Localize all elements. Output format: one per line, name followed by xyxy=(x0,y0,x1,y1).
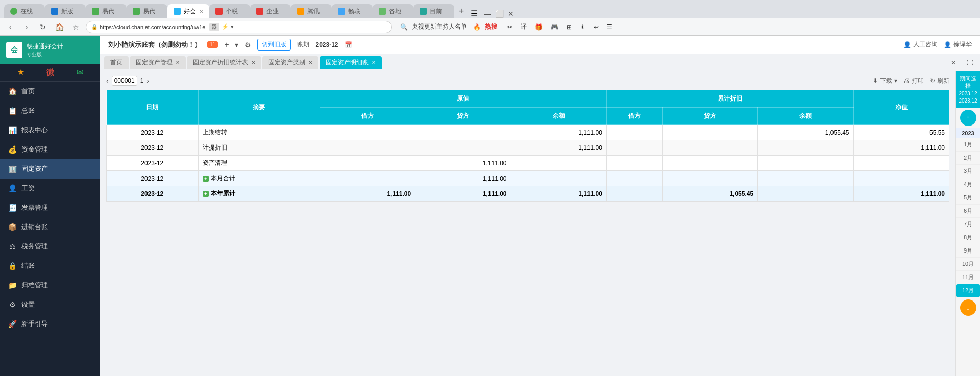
browser-tab-gedi[interactable]: 各地 xyxy=(373,4,413,18)
scissors-btn[interactable]: ✂ xyxy=(507,23,512,31)
tab-asset-ledger-close[interactable]: ✕ xyxy=(372,60,376,65)
bookmark-btn[interactable]: ☆ xyxy=(69,21,82,33)
browser-tab-yidai1[interactable]: 易代 xyxy=(86,4,127,18)
browser-tab-muqian[interactable]: 目前 xyxy=(413,4,454,18)
period-month-6[interactable]: 6月 xyxy=(956,205,980,218)
menu-btn[interactable]: ☰ xyxy=(607,23,612,31)
home-btn[interactable]: 🏠 xyxy=(53,21,65,33)
browser-tab-geshui[interactable]: 个税 xyxy=(209,4,250,18)
translate-btn[interactable]: 译 xyxy=(521,22,527,31)
period-month-4[interactable]: 4月 xyxy=(956,178,980,191)
close-window-btn[interactable]: ✕ xyxy=(508,10,514,18)
prev-page-btn[interactable]: ‹ xyxy=(106,77,109,85)
cell-dep-credit: 1,055.45 xyxy=(662,186,757,202)
period-month-9[interactable]: 9月 xyxy=(956,244,980,258)
cell-orig-credit xyxy=(415,125,511,140)
browser-tab-tengxun[interactable]: 腾讯 xyxy=(291,4,332,18)
period-month-11[interactable]: 11月 xyxy=(956,271,980,284)
grid-btn[interactable]: ⊞ xyxy=(567,23,572,31)
star-icon[interactable]: ★ xyxy=(17,67,24,78)
account-dropdown-btn[interactable]: ▾ xyxy=(235,41,238,49)
sidebar-item-guide[interactable]: 🚀 新手引导 xyxy=(0,314,100,334)
add-account-btn[interactable]: + xyxy=(224,40,229,49)
dropdown-btn[interactable]: ▾ xyxy=(231,23,234,30)
browser-tab-qiye[interactable]: 企业 xyxy=(250,4,291,18)
undo-btn[interactable]: ↩ xyxy=(594,23,599,31)
sidebar-item-tax[interactable]: ⚖ 税务管理 xyxy=(0,237,100,256)
back-btn[interactable]: ‹ xyxy=(4,21,16,33)
tab-menu-icon[interactable]: ☰ xyxy=(471,9,478,18)
sidebar-item-ledger[interactable]: 📋 总账 xyxy=(0,101,100,120)
expand-btn[interactable]: ⛶ xyxy=(964,57,976,69)
period-month-3[interactable]: 3月 xyxy=(956,165,980,178)
period-month-5[interactable]: 5月 xyxy=(956,191,980,205)
account-settings-btn[interactable]: ⚙ xyxy=(244,41,251,49)
sidebar-item-reports[interactable]: 📊 报表中心 xyxy=(0,120,100,140)
user-btn[interactable]: 👤 徐译华 xyxy=(944,40,972,49)
ledger-icon: 📋 xyxy=(8,107,16,115)
sidebar-item-payroll[interactable]: 👤 工资 xyxy=(0,179,100,198)
download-btn[interactable]: ⬇ 下载 ▾ xyxy=(873,77,897,85)
sidebar-item-settings[interactable]: ⚙ 设置 xyxy=(0,295,100,314)
period-scroll-up-btn[interactable]: ↑ xyxy=(960,110,976,126)
print-btn[interactable]: 🖨 打印 xyxy=(903,77,924,85)
cell-dep-debit xyxy=(606,140,662,156)
period-month-12[interactable]: 12月 xyxy=(956,284,980,297)
cell-net-value: 55.55 xyxy=(853,125,949,140)
switch-version-btn[interactable]: 切到旧版 xyxy=(257,39,291,51)
period-month-7[interactable]: 7月 xyxy=(956,218,980,231)
cell-orig-debit xyxy=(320,156,415,171)
restore-btn[interactable]: ⬜ xyxy=(495,10,504,18)
gift-btn[interactable]: 🎁 xyxy=(535,23,543,31)
sidebar-item-archive[interactable]: 📁 归档管理 xyxy=(0,275,100,295)
sidebar-item-close[interactable]: 🔒 结账 xyxy=(0,256,100,275)
cell-dep-debit xyxy=(606,156,662,171)
calendar-icon[interactable]: 📅 xyxy=(345,41,352,48)
browser-tab-new[interactable]: 新版 xyxy=(45,4,86,18)
sidebar-item-fixed-assets[interactable]: 🏢 固定资产 xyxy=(0,159,100,179)
fixed-assets-icon: 🏢 xyxy=(8,165,16,173)
tab-asset-category-close[interactable]: ✕ xyxy=(308,60,312,65)
sidebar-item-home[interactable]: 🏠 首页 xyxy=(0,82,100,101)
sidebar-item-inventory[interactable]: 📦 进销台账 xyxy=(0,217,100,237)
period-scroll-down-btn[interactable]: ↓ xyxy=(960,299,976,316)
service-btn[interactable]: 👤 人工咨询 xyxy=(903,40,938,49)
close-all-tabs-btn[interactable]: ✕ xyxy=(947,57,960,69)
address-bar[interactable]: 🔒 https://cloud.chanjet.com/accounting/u… xyxy=(86,21,392,33)
tab-home[interactable]: 首页 xyxy=(104,56,129,69)
sidebar-item-invoice[interactable]: 🧾 发票管理 xyxy=(0,198,100,217)
tab-depreciation-stats-close[interactable]: ✕ xyxy=(251,60,255,65)
browser-tab-close[interactable]: ✕ xyxy=(199,9,203,14)
period-month-8[interactable]: 8月 xyxy=(956,231,980,244)
forward-btn[interactable]: › xyxy=(20,21,33,33)
period-month-1[interactable]: 1月 xyxy=(956,138,980,152)
next-page-btn[interactable]: › xyxy=(146,77,149,85)
minimize-btn[interactable]: — xyxy=(484,10,491,18)
reload-btn[interactable]: ↻ xyxy=(37,21,49,33)
cell-summary: 计提折旧 xyxy=(198,140,320,156)
sun-btn[interactable]: ☀ xyxy=(580,23,585,31)
page-number-input[interactable] xyxy=(112,76,137,86)
period-month-2[interactable]: 2月 xyxy=(956,152,980,165)
sidebar-item-funds[interactable]: 💰 资金管理 xyxy=(0,140,100,159)
tab-fixed-assets-mgmt-close[interactable]: ✕ xyxy=(176,60,180,65)
new-tab-button[interactable]: + xyxy=(454,4,469,18)
tab-asset-ledger[interactable]: 固定资产明细账 ✕ xyxy=(320,56,382,69)
mail-icon[interactable]: ✉ xyxy=(77,67,83,78)
cell-orig-credit xyxy=(415,140,511,156)
pagination-row: ‹ 1 › ⬇ 下载 ▾ 🖨 打印 xyxy=(106,76,949,86)
game-btn[interactable]: 🎮 xyxy=(551,23,558,31)
period-label: 账期 xyxy=(297,40,309,49)
browser-tab-haokuai[interactable]: 好会 ✕ xyxy=(167,4,209,18)
tab-depreciation-stats[interactable]: 固定资产折旧统计表 ✕ xyxy=(187,56,261,69)
browser-tab-chang[interactable]: 畅联 xyxy=(332,4,373,18)
browser-tab-online[interactable]: 在线 xyxy=(4,4,45,18)
tab-asset-category[interactable]: 固定资产类别 ✕ xyxy=(262,56,318,69)
app-header: 刘小艳演示账套（勿删勿动！） 11 + ▾ ⚙ 切到旧版 账期 2023-12 … xyxy=(100,36,980,54)
tab-fixed-assets-mgmt[interactable]: 固定资产管理 ✕ xyxy=(130,56,186,69)
cell-orig-debit xyxy=(320,171,415,186)
browser-tab-yidai2[interactable]: 易代 xyxy=(127,4,167,18)
refresh-btn[interactable]: ↻ 刷新 xyxy=(930,77,949,85)
period-month-10[interactable]: 10月 xyxy=(956,258,980,271)
weibo-icon[interactable]: 微 xyxy=(46,67,55,78)
